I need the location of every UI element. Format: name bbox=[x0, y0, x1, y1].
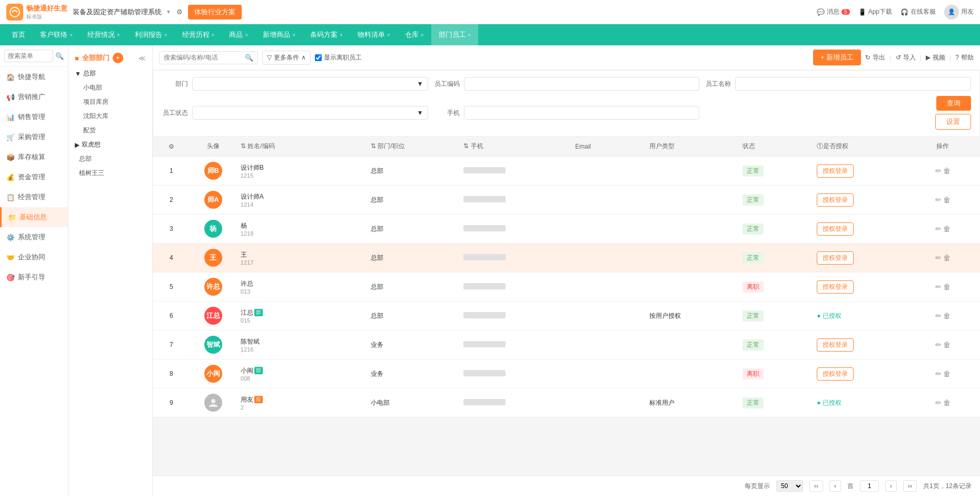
delete-icon[interactable]: 🗑 bbox=[943, 341, 951, 349]
sidebar-item-basic[interactable]: 📁 基础信息 bbox=[0, 207, 68, 227]
sidebar-search-input[interactable] bbox=[4, 50, 53, 62]
query-btn[interactable]: 查询 bbox=[936, 96, 971, 111]
edit-icon[interactable]: ✏ bbox=[935, 312, 942, 320]
delete-icon[interactable]: 🗑 bbox=[943, 283, 951, 291]
auth-login-btn[interactable]: 授权登录 bbox=[817, 222, 854, 236]
row-status: 正常 bbox=[738, 388, 813, 417]
phone-input[interactable] bbox=[464, 106, 700, 120]
edit-icon[interactable]: ✏ bbox=[935, 254, 942, 262]
auth-login-btn[interactable]: 授权登录 bbox=[817, 280, 854, 294]
last-page-btn[interactable]: ›› bbox=[903, 480, 917, 492]
tab-goods[interactable]: 商品 × bbox=[222, 24, 255, 45]
sidebar-item-collab[interactable]: 🤝 企业协同 bbox=[0, 247, 68, 267]
dept-item-peihuo[interactable]: 配货 bbox=[68, 123, 152, 138]
sidebar-item-inventory[interactable]: 📦 库存核算 bbox=[0, 147, 68, 167]
dept-item-zhishu[interactable]: 植树王三 bbox=[68, 166, 152, 180]
sidebar-item-guide[interactable]: 🎯 新手引导 bbox=[0, 267, 68, 287]
row-status: 离职 bbox=[738, 359, 813, 388]
system-title-dropdown[interactable]: ▼ bbox=[166, 9, 171, 15]
tab-profit[interactable]: 利润报告 × bbox=[127, 24, 175, 45]
delete-icon[interactable]: 🗑 bbox=[943, 398, 951, 407]
next-page-btn[interactable]: › bbox=[885, 480, 897, 492]
auth-login-btn[interactable]: 授权登录 bbox=[817, 193, 854, 207]
auth-login-btn[interactable]: 授权登录 bbox=[817, 338, 854, 352]
edit-icon[interactable]: ✏ bbox=[935, 369, 942, 378]
tab-operations[interactable]: 经营情况 × bbox=[80, 24, 127, 45]
row-status: 正常 bbox=[738, 186, 813, 215]
dept-item-zongbu[interactable]: 总部 bbox=[68, 152, 152, 166]
edit-icon[interactable]: ✏ bbox=[935, 196, 942, 204]
first-page-btn[interactable]: ‹‹ bbox=[809, 480, 823, 492]
col-dept[interactable]: ⇅ 部门/职位 bbox=[367, 137, 460, 157]
tab-barcode[interactable]: 条码方案 × bbox=[303, 24, 350, 45]
sidebar-item-system[interactable]: ⚙️ 系统管理 bbox=[0, 227, 68, 247]
delete-icon[interactable]: 🗑 bbox=[943, 196, 951, 204]
sidebar-item-marketing[interactable]: 📢 营销推广 bbox=[0, 87, 68, 107]
tab-newgoods[interactable]: 新增商品 × bbox=[255, 24, 303, 45]
tab-home[interactable]: 首页 bbox=[4, 24, 33, 45]
tab-customer[interactable]: 客户联络 × bbox=[33, 24, 80, 45]
tab-bom[interactable]: 物料清单 × bbox=[350, 24, 398, 45]
col-settings[interactable]: ⚙ bbox=[153, 137, 190, 157]
prev-page-btn[interactable]: ‹ bbox=[829, 480, 841, 492]
auth-login-btn[interactable]: 授权登录 bbox=[817, 164, 854, 178]
page-size-select[interactable]: 50 100 bbox=[776, 480, 803, 492]
trial-button[interactable]: 体验行业方案 bbox=[188, 5, 242, 20]
app-download-button[interactable]: 📱 App下载 bbox=[858, 7, 892, 16]
edit-icon[interactable]: ✏ bbox=[935, 341, 942, 349]
edit-icon[interactable]: ✏ bbox=[935, 283, 942, 291]
video-btn[interactable]: ▶ 视频 bbox=[926, 53, 945, 62]
user-menu[interactable]: 👤 用友 bbox=[944, 5, 974, 20]
dept-select[interactable]: ▼ bbox=[192, 77, 428, 91]
row-avatar bbox=[190, 388, 236, 417]
dept-item-shenyang[interactable]: 沈阳大库 bbox=[68, 109, 152, 123]
search-input[interactable] bbox=[164, 54, 243, 61]
set-btn[interactable]: 设置 bbox=[935, 114, 971, 130]
sidebar-item-purchase[interactable]: 🛒 采购管理 bbox=[0, 127, 68, 147]
row-num: 8 bbox=[153, 359, 190, 388]
col-phone[interactable]: ⇅ 手机 bbox=[459, 137, 571, 157]
page-input[interactable] bbox=[860, 480, 879, 492]
emp-status-select[interactable]: ▼ bbox=[192, 106, 428, 120]
delete-icon[interactable]: 🗑 bbox=[943, 254, 951, 262]
import-btn[interactable]: ↺ 导入 bbox=[896, 53, 916, 62]
dept-item-shuanghu[interactable]: ▶双虎想 bbox=[68, 138, 152, 152]
col-usertype: 用户类型 bbox=[645, 137, 738, 157]
delete-icon[interactable]: 🗑 bbox=[943, 225, 951, 233]
delete-icon[interactable]: 🗑 bbox=[943, 369, 951, 378]
sidebar-item-business[interactable]: 📋 经营管理 bbox=[0, 187, 68, 207]
more-filter-btn[interactable]: ▽ 更多条件 ∧ bbox=[262, 51, 311, 65]
row-email bbox=[571, 186, 645, 215]
tab-staff[interactable]: 部门员工 × bbox=[431, 24, 479, 45]
show-resigned-checkbox[interactable]: 显示离职员工 bbox=[315, 53, 362, 62]
system-title: 装备及固定资产辅助管理系统 bbox=[73, 7, 162, 17]
dept-item-xiaodibu[interactable]: 小电部 bbox=[68, 81, 152, 95]
delete-icon[interactable]: 🗑 bbox=[943, 167, 951, 175]
emp-name-input[interactable] bbox=[735, 77, 971, 91]
edit-icon[interactable]: ✏ bbox=[935, 225, 942, 233]
dept-item-hq-parent[interactable]: ▼总部 bbox=[68, 66, 152, 81]
delete-icon[interactable]: 🗑 bbox=[943, 312, 951, 320]
add-employee-btn[interactable]: + 新增员工 bbox=[813, 50, 861, 65]
row-email bbox=[571, 359, 645, 388]
sidebar-item-finance[interactable]: 💰 资金管理 bbox=[0, 167, 68, 187]
help-btn[interactable]: ? 帮助 bbox=[955, 53, 974, 62]
service-button[interactable]: 🎧 在线客服 bbox=[900, 7, 936, 16]
emp-code-input[interactable] bbox=[464, 77, 700, 91]
export-btn[interactable]: ↻ 导出 bbox=[865, 53, 885, 62]
dept-add-btn[interactable]: + bbox=[113, 53, 123, 63]
auth-login-btn[interactable]: 授权登录 bbox=[817, 367, 854, 381]
edit-icon[interactable]: ✏ bbox=[935, 398, 942, 407]
tab-history[interactable]: 经营历程 × bbox=[175, 24, 222, 45]
message-button[interactable]: 💬 消息 5 bbox=[817, 7, 850, 16]
dept-collapse-btn[interactable]: ≪ bbox=[138, 54, 146, 62]
settings-icon[interactable]: ⚙ bbox=[176, 8, 183, 16]
auth-login-btn[interactable]: 授权登录 bbox=[817, 251, 854, 265]
dept-item-project[interactable]: 项目库房 bbox=[68, 95, 152, 109]
edit-icon[interactable]: ✏ bbox=[935, 167, 942, 175]
tab-warehouse[interactable]: 仓库 × bbox=[398, 24, 431, 45]
sidebar-item-sales[interactable]: 📊 销售管理 bbox=[0, 107, 68, 127]
col-name[interactable]: ⇅ 姓名/编码 bbox=[236, 137, 367, 157]
sidebar-item-quicknav[interactable]: 🏠 快捷导航 bbox=[0, 67, 68, 87]
dept-all-label[interactable]: 全部部门 bbox=[82, 53, 110, 63]
